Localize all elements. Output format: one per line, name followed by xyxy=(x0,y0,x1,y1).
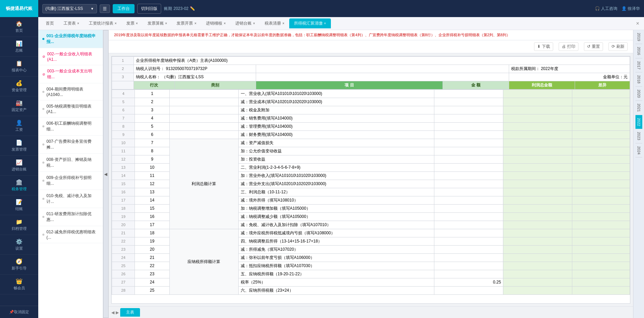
cell-diff-4[interactable] xyxy=(572,122,630,130)
next-sheet-icon[interactable]: ▶ xyxy=(116,310,119,315)
user-service-button[interactable]: 🎧 人工咨询 xyxy=(595,6,617,12)
sidebar-unpin-button[interactable]: 📌 取消固定 xyxy=(0,306,38,318)
cell-item-4[interactable]: 减：管理费用(填写A104000) xyxy=(238,122,434,130)
cell-item-21[interactable]: 减：抵扣应纳税所得额（填写A107030） xyxy=(238,262,434,270)
cell-diff-21[interactable] xyxy=(572,262,630,270)
cell-diff-20[interactable] xyxy=(572,253,630,262)
cell-diff-10[interactable] xyxy=(572,171,630,180)
tab-sales-ledger-close[interactable]: × xyxy=(253,22,255,25)
cell-profit-23[interactable] xyxy=(503,278,572,286)
sub-menu-item-001[interactable]: 001-企业所得税年度纳税申报... xyxy=(38,30,103,48)
cell-seq-8[interactable]: 9 xyxy=(135,155,169,163)
sidebar-item-reports[interactable]: 📋 报表中心 xyxy=(0,57,38,77)
cell-profit-22[interactable] xyxy=(503,270,572,278)
cell-diff-14[interactable] xyxy=(572,204,630,212)
cell-diff-6[interactable] xyxy=(572,139,630,147)
tab-invoice-open[interactable]: 发票开票 × xyxy=(172,18,201,28)
tab-invoice-close[interactable]: × xyxy=(136,22,138,25)
cell-profit-4[interactable] xyxy=(503,122,572,130)
prev-sheet-icon[interactable]: ◀ xyxy=(111,310,114,315)
cell-amount-5[interactable] xyxy=(434,130,503,139)
cell-amount-16[interactable] xyxy=(434,221,503,229)
sub-menu-item-005[interactable]: 005-纳税调整项目明细表(A1... xyxy=(38,100,103,117)
cell-seq-17[interactable]: 18 xyxy=(135,229,169,237)
reset-button[interactable]: ↺ 重置 xyxy=(584,42,603,51)
cell-amount-17[interactable] xyxy=(434,229,503,237)
cell-profit-13[interactable] xyxy=(503,196,572,204)
tab-tax-list-close[interactable]: × xyxy=(282,22,284,25)
sheet-tab-main[interactable]: 主表 xyxy=(120,308,140,317)
cell-seq-14[interactable]: 15 xyxy=(135,204,169,212)
cell-profit-7[interactable] xyxy=(503,147,572,155)
cell-item-9[interactable]: 二、营业利润(1-2-3-4-5-6-7-8+9) xyxy=(238,163,434,171)
cell-seq-13[interactable]: 14 xyxy=(135,196,169,204)
cell-amount-7[interactable] xyxy=(434,147,503,155)
sub-menu-item-012[interactable]: 012-减免所得税优惠明细表(... xyxy=(38,226,103,243)
sidebar-item-close[interactable]: 📝 结账 xyxy=(0,195,38,215)
cell-profit-5[interactable] xyxy=(503,130,572,139)
cell-profit-6[interactable] xyxy=(503,139,572,147)
cell-diff-5[interactable] xyxy=(572,130,630,139)
cell-item-2[interactable]: 减：税金及附加 xyxy=(238,106,434,114)
company-settings-button[interactable]: ☰ xyxy=(100,4,110,13)
company-selector[interactable]: (勾删) 江西服宝-LSS ▼ xyxy=(42,4,97,13)
tab-audit[interactable]: 进销稽核 × xyxy=(201,18,230,28)
sub-menu-item-003[interactable]: ⊘ 003-一般企业成本支出明细... xyxy=(38,65,103,83)
sidebar-item-ledger[interactable]: 📊 总账 xyxy=(0,37,38,57)
tab-audit-close[interactable]: × xyxy=(224,22,226,25)
cell-profit-0[interactable] xyxy=(503,89,572,98)
cell-amount-18[interactable] xyxy=(434,237,503,245)
cell-profit-3[interactable] xyxy=(503,114,572,122)
tab-payroll[interactable]: 工资表 × xyxy=(59,18,84,28)
cell-item-24[interactable]: 六、应纳所得税额（23×24） xyxy=(238,286,434,294)
cell-seq-16[interactable]: 17 xyxy=(135,221,169,229)
year-item-2024[interactable]: 2024 xyxy=(635,143,642,157)
cell-item-11[interactable]: 减：营业外支出(填写A102010\102020\103000) xyxy=(238,180,434,188)
cell-profit-1[interactable] xyxy=(503,98,572,106)
cell-item-8[interactable]: 加：投资收益 xyxy=(238,155,434,163)
cell-item-1[interactable]: 减：营业成本(填写A102010\102020\103000) xyxy=(238,98,434,106)
tab-payroll-stats-close[interactable]: × xyxy=(115,22,117,25)
cell-diff-7[interactable] xyxy=(572,147,630,155)
tab-home[interactable]: 首页 xyxy=(41,18,59,28)
sub-menu-item-010[interactable]: 010-免税、减计收入及加计... xyxy=(38,190,103,208)
cell-profit-15[interactable] xyxy=(503,212,572,221)
sidebar-item-assets[interactable]: 🏭 固定资产 xyxy=(0,96,38,116)
refresh-button[interactable]: ⟳ 刷新 xyxy=(608,42,628,51)
cell-amount-23[interactable]: 0.25 xyxy=(434,278,503,286)
cell-amount-10[interactable] xyxy=(434,171,503,180)
sidebar-item-guide[interactable]: 🧭 新手引导 xyxy=(0,255,38,275)
cell-profit-14[interactable] xyxy=(503,204,572,212)
cell-item-16[interactable]: 减：免税、减计收入及加计扣除（填写A107010） xyxy=(238,221,434,229)
sub-menu-item-002[interactable]: ⊘ 002-一般企业收入明细表(A1... xyxy=(38,48,103,65)
cell-item-17[interactable]: 减：境外应税所得税抵减境内亏损（填写A108000） xyxy=(238,229,434,237)
cell-seq-3[interactable]: 4 xyxy=(135,114,169,122)
cell-seq-24[interactable]: 25 xyxy=(135,286,169,294)
tab-payroll-close[interactable]: × xyxy=(77,22,79,25)
sub-menu-item-006[interactable]: 006-职工薪酬纳税调整明细... xyxy=(38,117,103,136)
cell-amount-6[interactable] xyxy=(434,139,503,147)
cell-seq-23[interactable]: 24 xyxy=(135,278,169,286)
cell-seq-18[interactable]: 19 xyxy=(135,237,169,245)
cell-profit-20[interactable] xyxy=(503,253,572,262)
cell-diff-12[interactable] xyxy=(572,188,630,196)
period-edit-icon[interactable]: ✏️ xyxy=(190,6,195,11)
sub-menu-item-008[interactable]: 008-资产折旧、摊销及纳税... xyxy=(38,154,103,172)
year-item-2018[interactable]: 2018 xyxy=(635,72,642,86)
cell-profit-9[interactable] xyxy=(503,163,572,171)
sidebar-item-archive[interactable]: 📁 归档管理 xyxy=(0,215,38,235)
year-item-2021[interactable]: 2021 xyxy=(635,101,642,115)
cell-seq-21[interactable]: 22 xyxy=(135,262,169,270)
cell-item-13[interactable]: 减：境外所得（填写A108010） xyxy=(238,196,434,204)
cell-diff-0[interactable] xyxy=(572,89,630,98)
print-button[interactable]: 🖨 打印 xyxy=(559,42,578,51)
cell-diff-17[interactable] xyxy=(572,229,630,237)
cell-item-3[interactable]: 减：销售费用(填写A104000) xyxy=(238,114,434,122)
cell-profit-17[interactable] xyxy=(503,229,572,237)
cell-item-5[interactable]: 减：财务费用(填写A104000) xyxy=(238,130,434,139)
cell-amount-15[interactable] xyxy=(434,212,503,221)
cell-amount-2[interactable] xyxy=(434,106,503,114)
download-button[interactable]: ⬇ 下载 xyxy=(534,42,553,51)
cell-diff-9[interactable] xyxy=(572,163,630,171)
sidebar-item-funds[interactable]: 💰 资金管理 xyxy=(0,77,38,96)
